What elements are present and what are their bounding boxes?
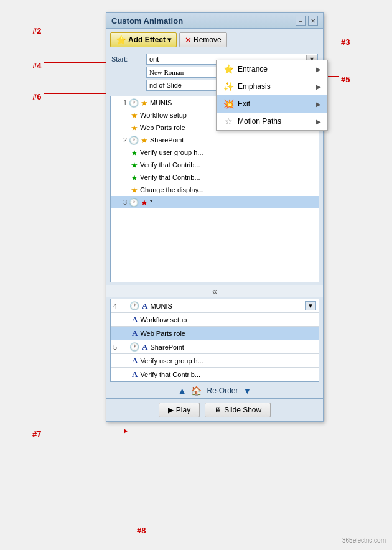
item-text: Web Parts role	[140, 124, 185, 131]
item-text: SharePoint	[150, 136, 184, 144]
title-controls: – ✕	[296, 16, 318, 26]
star-icon: ★	[131, 148, 138, 157]
play-button[interactable]: ▶ Play	[159, 403, 200, 417]
sel-item-text: Web Parts role	[140, 330, 316, 337]
selected-item[interactable]: A Web Parts role	[111, 327, 319, 340]
list-item[interactable]: ★ Verify user group h...	[111, 146, 319, 159]
slideshow-icon: 🖥	[214, 406, 222, 414]
remove-button[interactable]: ✕ Remove	[179, 32, 227, 47]
star-icon: ★	[131, 111, 138, 120]
star-icon: ★	[131, 161, 138, 170]
item-number: 2	[113, 136, 127, 144]
emphasis-chevron-icon: ▶	[316, 83, 321, 90]
list-item[interactable]: ★ Verify that Contrib...	[111, 171, 319, 184]
remove-label: Remove	[194, 35, 222, 44]
clock-icon: 🕐	[129, 98, 139, 108]
sel-item-number: 4	[113, 302, 127, 310]
remove-x-icon: ✕	[185, 35, 192, 45]
close-button[interactable]: ✕	[308, 16, 318, 26]
slideshow-button[interactable]: 🖥 Slide Show	[205, 403, 271, 417]
annotation-8: #8	[137, 526, 146, 535]
star-icon: ★	[141, 136, 148, 145]
toolbar: ⭐ Add Effect ▾ ✕ Remove	[106, 29, 323, 51]
exit-icon: 💥	[223, 98, 234, 110]
menu-item-emphasis[interactable]: ✨ Emphasis ▶	[217, 78, 327, 95]
selected-item[interactable]: 4 🕐 A MUNIS ▼	[111, 299, 319, 313]
item-text: MUNIS	[150, 99, 172, 106]
add-effect-button[interactable]: ⭐ Add Effect ▾	[110, 32, 177, 47]
selected-item[interactable]: A Verify that Contrib...	[111, 368, 319, 381]
menu-item-motion-paths[interactable]: ☆ Motion Paths ▶	[217, 113, 327, 130]
list-item[interactable]: ★ Change the display...	[111, 184, 319, 196]
slideshow-label: Slide Show	[224, 406, 261, 414]
star-icon: ★	[141, 198, 148, 207]
item-text: *	[150, 198, 152, 206]
motion-paths-icon: ☆	[223, 116, 234, 127]
clock-icon: 🕐	[129, 301, 139, 310]
sel-item-text: Verify user group h...	[140, 357, 316, 365]
item-number: 1	[113, 99, 127, 106]
panel-titlebar: Custom Animation – ✕	[106, 13, 323, 29]
annotation-7: #7	[32, 429, 41, 439]
emphasis-label: Emphasis	[238, 82, 271, 91]
reorder-label: Re-Order	[207, 386, 238, 395]
minimize-button[interactable]: –	[296, 16, 306, 26]
sel-item-text: SharePoint	[150, 343, 316, 351]
sel-a-icon: A	[142, 301, 147, 311]
star-icon: ★	[131, 123, 138, 133]
item-text: Verify that Contrib...	[140, 161, 200, 169]
selected-item[interactable]: 5 🕐 A SharePoint	[111, 340, 319, 354]
star-icon: ★	[141, 98, 148, 108]
menu-item-exit[interactable]: 💥 Exit ▶	[217, 95, 327, 113]
sel-a-icon: A	[142, 342, 147, 352]
watermark: 365electric.com	[342, 537, 386, 544]
sel-dropdown-arrow-icon[interactable]: ▼	[305, 301, 316, 310]
selected-item[interactable]: A Verify user group h...	[111, 354, 319, 368]
item-text: Verify that Contrib...	[140, 174, 200, 181]
reorder-up-icon[interactable]: ▲	[178, 386, 187, 396]
selected-item[interactable]: A Workflow setup	[111, 313, 319, 327]
panel-title: Custom Animation	[111, 16, 183, 26]
motion-paths-chevron-icon: ▶	[316, 118, 321, 125]
play-icon: ▶	[168, 406, 174, 414]
sel-item-text: Workflow setup	[140, 316, 316, 324]
reorder-home-icon[interactable]: 🏠	[191, 386, 202, 396]
custom-animation-panel: Custom Animation – ✕ ⭐ Add Effect ▾ ✕ Re…	[106, 12, 324, 422]
add-effect-star-icon: ⭐	[116, 35, 126, 45]
annotation-4-line	[44, 62, 115, 63]
reorder-bar: ▲ 🏠 Re-Order ▼	[106, 383, 323, 398]
start-label: Start:	[111, 55, 142, 63]
annotation-7-line	[44, 431, 124, 431]
sel-item-number: 5	[113, 343, 127, 351]
clock-icon: 🕐	[129, 342, 139, 352]
clock-icon: 🕐	[129, 198, 139, 207]
list-item[interactable]: 3 🕐 ★ *	[111, 196, 319, 208]
annotation-4: #4	[32, 61, 41, 70]
annotation-3: #3	[341, 37, 350, 47]
star-icon: ★	[131, 185, 138, 195]
list-item[interactable]: ★ Verify that Contrib...	[111, 159, 319, 171]
motion-paths-label: Motion Paths	[238, 117, 281, 126]
reorder-down-icon[interactable]: ▼	[243, 386, 252, 396]
emphasis-icon: ✨	[223, 81, 234, 92]
annotation-6: #6	[32, 92, 41, 101]
sel-a-icon: A	[132, 356, 138, 366]
entrance-icon: ⭐	[223, 63, 234, 75]
add-effect-label: Add Effect	[128, 35, 166, 44]
selected-section: 4 🕐 A MUNIS ▼ A Workflow setup A Web Par…	[110, 299, 319, 382]
exit-chevron-icon: ▶	[316, 101, 321, 108]
dropdown-menu: ⭐ Entrance ▶ ✨ Emphasis ▶ 💥 Exit ▶ ☆ Mot…	[216, 60, 328, 131]
start-value: ont	[149, 55, 159, 63]
item-text: Change the display...	[140, 186, 204, 193]
menu-item-entrance[interactable]: ⭐ Entrance ▶	[217, 60, 327, 78]
sel-a-icon: A	[132, 329, 138, 338]
play-label: Play	[176, 406, 190, 414]
divider: «	[106, 285, 323, 297]
item-number: 3	[113, 198, 127, 206]
font-value: New Roman	[149, 68, 184, 76]
exit-label: Exit	[238, 100, 250, 108]
annotation-2: #2	[32, 26, 41, 35]
list-item[interactable]: 2 🕐 ★ SharePoint	[111, 134, 319, 146]
sel-a-icon: A	[132, 315, 138, 325]
annotation-5: #5	[341, 75, 350, 84]
